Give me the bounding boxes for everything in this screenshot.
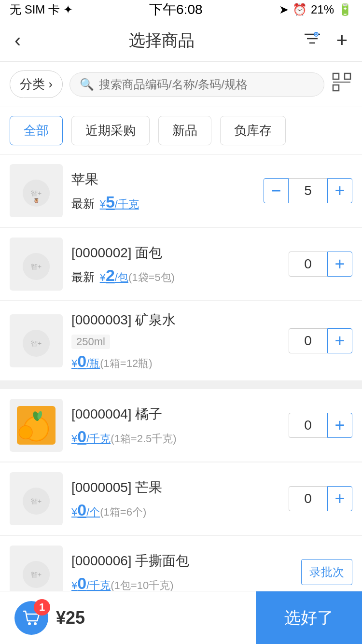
product-item-0000001: 智+ 🦉 苹果 最新 ¥5/千克 − + [0,154,362,227]
battery-icon: 🔋 [338,3,352,16]
product-price-0000005: ¥0/个(1箱=6个) [71,501,280,519]
qty-minus-0000001[interactable]: − [264,178,289,203]
cart-button[interactable]: 1 [14,601,48,635]
tab-bar: 全部 近期采购 新品 负库存 [0,107,362,154]
svg-text:智+: 智+ [31,263,42,270]
svg-text:智+: 智+ [31,497,42,505]
category-button[interactable]: 分类 › [10,70,63,98]
product-name-0000005: [0000005] 芒果 [71,478,280,497]
search-input[interactable] [99,78,314,91]
product-info-0000006: [0000006] 手撕面包 ¥0/千克(1包=10千克) [71,552,292,593]
qty-control-0000003: + [289,328,352,353]
product-info-0000002: [0000002] 面包 最新 ¥2/包(1袋=5包) [71,244,280,285]
product-info-0000001: 苹果 最新 ¥5/千克 [71,170,255,211]
search-icon: 🔍 [80,78,94,91]
product-price-0000002: 最新 ¥2/包(1袋=5包) [71,266,280,285]
status-bar: 无 SIM 卡 ✦ 下午6:08 ➤ ⏰ 21% 🔋 [0,0,362,19]
divider-1 [0,381,362,389]
product-name-0000004: [0000004] 橘子 [71,405,280,423]
svg-point-31 [34,622,37,625]
status-left: 无 SIM 卡 ✦ [10,2,73,17]
product-list: 智+ 🦉 苹果 最新 ¥5/千克 − + 智+ [0000002] 面包 [0,154,362,643]
qty-control-0000004: + [289,413,352,438]
product-thumb-0000001: 智+ 🦉 [10,164,63,217]
product-name-0000001: 苹果 [71,170,255,189]
product-price-0000004: ¥0/千克(1箱=2.5千克) [71,427,280,446]
product-thumb-0000005: 智+ [10,472,63,525]
tab-all[interactable]: 全部 [10,116,63,145]
cart-badge: 1 [34,599,50,616]
product-price-0000001: 最新 ¥5/千克 [71,193,255,211]
product-price-0000003: ¥0/瓶(1箱=12瓶) [71,352,280,371]
qty-control-0000002: + [289,252,352,277]
tab-new[interactable]: 新品 [158,116,211,145]
status-time: 下午6:08 [149,0,203,19]
product-item-0000003: 智+ [0000003] 矿泉水 250ml ¥0/瓶(1箱=12瓶) + [0,301,362,380]
svg-text:智+: 智+ [31,339,42,347]
alarm-icon: ⏰ [292,3,307,16]
page-title: 选择商品 [129,29,195,52]
bottom-bar: 1 ¥25 选好了 [0,591,362,644]
header: ‹ 选择商品 + [0,19,362,62]
product-thumb-0000002: 智+ [10,238,63,291]
svg-rect-5 [333,73,339,79]
tab-recent[interactable]: 近期采购 [71,116,150,145]
filter-bar: 分类 › 🔍 [0,62,362,107]
product-name-0000006: [0000006] 手撕面包 [71,552,292,570]
status-right: ➤ ⏰ 21% 🔋 [279,3,352,16]
product-spec-0000003: 250ml [71,335,110,349]
qty-control-0000005: + [289,486,352,511]
confirm-button[interactable]: 选好了 [256,591,362,644]
product-info-0000004: [0000004] 橘子 ¥0/千克(1箱=2.5千克) [71,405,280,446]
product-thumb-0000004 [10,399,63,452]
svg-text:智+: 智+ [31,189,42,197]
product-info-0000005: [0000005] 芒果 ¥0/个(1箱=6个) [71,478,280,519]
product-name-0000002: [0000002] 面包 [71,244,280,262]
product-price-0000006: ¥0/千克(1包=10千克) [71,574,292,593]
svg-rect-6 [345,73,350,79]
svg-rect-7 [333,85,339,91]
batch-button-0000006[interactable]: 录批次 [301,559,352,585]
product-item-0000005: 智+ [0000005] 芒果 ¥0/个(1箱=6个) + [0,462,362,535]
product-item-0000002: 智+ [0000002] 面包 最新 ¥2/包(1袋=5包) + [0,228,362,300]
cart-section: 1 ¥25 [0,601,256,635]
cart-total: ¥25 [56,608,85,628]
qty-plus-0000001[interactable]: + [327,178,352,203]
search-container: 🔍 [70,72,324,97]
location-icon: ➤ [279,3,289,16]
qty-plus-0000002[interactable]: + [327,252,352,277]
qty-plus-0000005[interactable]: + [327,486,352,511]
product-thumb-0000003: 智+ [10,314,63,367]
header-actions: + [303,29,348,51]
qty-input-0000004[interactable] [289,413,327,438]
product-item-0000004: [0000004] 橘子 ¥0/千克(1箱=2.5千克) + [0,389,362,462]
qty-input-0000002[interactable] [289,252,327,277]
qty-control-0000001: − + [264,178,352,203]
qty-plus-0000003[interactable]: + [327,328,352,353]
svg-point-21 [19,426,32,438]
tab-negative[interactable]: 负库存 [220,116,286,145]
signal-text: 无 SIM 卡 ✦ [10,2,73,17]
battery-text: 21% [311,3,334,16]
svg-point-30 [28,622,31,625]
qty-input-0000003[interactable] [289,328,327,353]
back-button[interactable]: ‹ [14,29,21,51]
svg-text:智+: 智+ [31,571,42,578]
product-info-0000003: [0000003] 矿泉水 250ml ¥0/瓶(1箱=12瓶) [71,311,280,371]
qty-input-0000005[interactable] [289,486,327,511]
qty-plus-0000004[interactable]: + [327,413,352,438]
filter-icon[interactable] [303,30,322,51]
svg-point-4 [315,33,317,35]
svg-text:🦉: 🦉 [33,197,40,204]
qty-input-0000001[interactable] [289,178,327,203]
product-name-0000003: [0000003] 矿泉水 [71,311,280,329]
add-icon[interactable]: + [336,29,348,51]
scan-icon[interactable] [331,71,352,97]
